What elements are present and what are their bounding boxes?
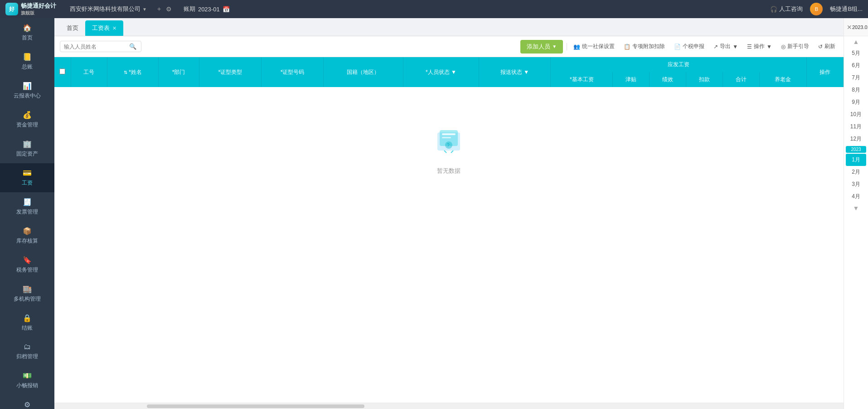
toolbar: 🔍 添加人员 ▼ 👥 统一社保设置 📋 专项附加扣除 📄 个税申报 ↗ bbox=[54, 36, 844, 57]
social-security-btn[interactable]: 👥 统一社保设置 bbox=[571, 41, 617, 52]
tax-report-btn[interactable]: 📄 个税申报 bbox=[671, 41, 707, 52]
th-total: 合计 bbox=[723, 72, 759, 87]
report-icon: 📊 bbox=[23, 82, 32, 90]
header-left: 好 畅捷通好会计 旗舰版 西安虾米网络科技有限公司 ▼ ＋ ⚙ 账期 2023-… bbox=[5, 2, 230, 16]
sidebar-label-inventory: 库存核算 bbox=[16, 237, 38, 245]
th-base-salary: *基本工资 bbox=[551, 72, 613, 87]
header-icons: ＋ ⚙ bbox=[156, 5, 172, 13]
sidebar-item-ledger[interactable]: 📒 总账 bbox=[0, 47, 54, 76]
filter-icon-report-status[interactable]: ▼ bbox=[524, 69, 529, 75]
rp-down-button[interactable]: ▼ bbox=[844, 203, 868, 214]
company-name: 西安虾米网络科技有限公司 bbox=[70, 5, 141, 13]
rp-month-5[interactable]: 5月 bbox=[844, 47, 868, 59]
rp-month-4[interactable]: 4月 bbox=[844, 190, 868, 203]
asset-icon: 🏢 bbox=[23, 140, 32, 148]
header-right: 🎧 人工咨询 B 畅捷通B组... bbox=[770, 3, 863, 15]
rp-month-8[interactable]: 8月 bbox=[844, 84, 868, 96]
sidebar-item-asset[interactable]: 🏢 固定资产 bbox=[0, 134, 54, 163]
tab-close-icon[interactable]: ✕ bbox=[112, 25, 116, 31]
rp-header: ✕ 2023.01 ⤢ bbox=[844, 18, 868, 36]
svg-text:?: ? bbox=[447, 143, 450, 148]
settings-sidebar-icon: ⚙ bbox=[24, 400, 30, 409]
th-department: *部门 bbox=[158, 57, 199, 87]
tab-salary-table[interactable]: 工资表 ✕ bbox=[85, 20, 123, 36]
rp-close-button[interactable]: ✕ bbox=[847, 24, 852, 31]
operations-btn[interactable]: ☰ 操作 ▼ bbox=[744, 41, 775, 52]
add-icon[interactable]: ＋ bbox=[156, 5, 162, 13]
th-payroll-group: 应发工资 bbox=[551, 57, 807, 72]
capital-icon: 💰 bbox=[23, 111, 32, 119]
rp-month-3[interactable]: 3月 bbox=[844, 178, 868, 190]
svg-line-6 bbox=[444, 151, 446, 153]
checkbox-all-th[interactable] bbox=[54, 57, 71, 87]
search-input[interactable] bbox=[64, 44, 127, 50]
sidebar-label-tax: 税务管理 bbox=[16, 266, 38, 274]
operations-arrow-icon: ▼ bbox=[766, 44, 772, 50]
th-operations: 操作 bbox=[807, 57, 844, 87]
sidebar-item-invoice[interactable]: 🧾 发票管理 bbox=[0, 192, 54, 221]
rp-month-7[interactable]: 7月 bbox=[844, 72, 868, 84]
sidebar-label-expense: 小畅报销 bbox=[16, 382, 38, 390]
sidebar-label-close: 结账 bbox=[22, 324, 33, 332]
support-label: 人工咨询 bbox=[779, 5, 803, 13]
sidebar-item-capital[interactable]: 💰 资金管理 bbox=[0, 105, 54, 134]
tax-icon-toolbar: 📄 bbox=[674, 44, 681, 50]
svg-rect-3 bbox=[442, 137, 451, 138]
main-layout: 🏠 首页 📒 总账 📊 云报表中心 💰 资金管理 🏢 固定资产 💳 工资 🧾 发… bbox=[0, 18, 868, 409]
chevron-down-icon: ▼ bbox=[142, 7, 147, 12]
guide-btn[interactable]: ◎ 新手引导 bbox=[778, 41, 812, 52]
refresh-btn[interactable]: ↺ 刷新 bbox=[815, 41, 838, 52]
sidebar-item-archive[interactable]: 🗂 归档管理 bbox=[0, 337, 54, 366]
search-icon[interactable]: 🔍 bbox=[129, 43, 136, 50]
add-person-label: 添加人员 bbox=[527, 43, 550, 51]
rp-month-12[interactable]: 12月 bbox=[844, 133, 868, 145]
export-label: 导出 bbox=[720, 43, 731, 50]
svg-rect-2 bbox=[442, 133, 456, 135]
sidebar-item-settings[interactable]: ⚙ 基础设置 bbox=[0, 395, 54, 409]
sidebar-item-expense[interactable]: 💵 小畅报销 bbox=[0, 366, 54, 395]
sidebar-item-salary[interactable]: 💳 工资 bbox=[0, 163, 54, 192]
content-area: 首页 工资表 ✕ 🔍 添加人员 ▼ 👥 统一社保设置 bbox=[54, 18, 844, 409]
search-wrap: 🔍 bbox=[60, 41, 141, 52]
add-person-button[interactable]: 添加人员 ▼ bbox=[520, 40, 563, 54]
sidebar-item-home[interactable]: 🏠 首页 bbox=[0, 18, 54, 47]
scroll-thumb[interactable] bbox=[147, 404, 364, 408]
th-id-type: *证型类型 bbox=[199, 57, 261, 87]
support-button[interactable]: 🎧 人工咨询 bbox=[770, 5, 803, 13]
rp-month-9[interactable]: 9月 bbox=[844, 96, 868, 108]
export-icon: ↗ bbox=[713, 44, 718, 50]
company-selector[interactable]: 西安虾米网络科技有限公司 ▼ bbox=[70, 5, 147, 13]
headset-icon: 🎧 bbox=[770, 6, 777, 13]
inventory-icon: 📦 bbox=[23, 227, 32, 235]
rp-month-11[interactable]: 11月 bbox=[844, 121, 868, 133]
sidebar-item-tax[interactable]: 🔖 税务管理 bbox=[0, 250, 54, 279]
operations-label: 操作 bbox=[754, 43, 765, 50]
refresh-label: 刷新 bbox=[824, 43, 835, 50]
salary-table: 工号 ⇅ *姓名 *部门 *证型类型 *证型号码 国籍（地区） *人员状态 ▼ bbox=[54, 57, 844, 211]
tab-home[interactable]: 首页 bbox=[60, 20, 85, 36]
rp-month-6[interactable]: 6月 bbox=[844, 59, 868, 72]
special-deduction-btn[interactable]: 📋 专项附加扣除 bbox=[621, 41, 668, 52]
sidebar-item-inventory[interactable]: 📦 库存核算 bbox=[0, 221, 54, 250]
top-header: 好 畅捷通好会计 旗舰版 西安虾米网络科技有限公司 ▼ ＋ ⚙ 账期 2023-… bbox=[0, 0, 868, 18]
filter-icon-person-status[interactable]: ▼ bbox=[451, 69, 456, 75]
calendar-icon[interactable]: 📅 bbox=[223, 6, 230, 13]
refresh-icon: ↺ bbox=[818, 44, 823, 50]
th-report-status: 报送状态 ▼ bbox=[479, 57, 551, 87]
table-body: ? 暂无数据 bbox=[54, 87, 844, 211]
sidebar-item-close[interactable]: 🔒 结账 bbox=[0, 308, 54, 337]
svg-line-7 bbox=[451, 151, 453, 153]
sidebar-label-salary: 工资 bbox=[22, 179, 33, 187]
rp-month-2[interactable]: 2月 bbox=[844, 166, 868, 178]
sidebar-item-multi[interactable]: 🏬 多机构管理 bbox=[0, 279, 54, 308]
sidebar-item-report[interactable]: 📊 云报表中心 bbox=[0, 76, 54, 105]
rp-up-button[interactable]: ▲ bbox=[844, 36, 868, 47]
rp-month-10[interactable]: 10月 bbox=[844, 108, 868, 121]
select-all-checkbox[interactable] bbox=[59, 68, 65, 74]
rp-period-label: 2023.01 bbox=[852, 24, 868, 30]
settings-icon[interactable]: ⚙ bbox=[166, 5, 172, 13]
export-btn[interactable]: ↗ 导出 ▼ bbox=[711, 41, 741, 52]
sidebar-label-multi: 多机构管理 bbox=[14, 295, 41, 303]
rp-month-1[interactable]: 1月 bbox=[846, 154, 866, 166]
guide-label: 新手引导 bbox=[787, 43, 809, 50]
